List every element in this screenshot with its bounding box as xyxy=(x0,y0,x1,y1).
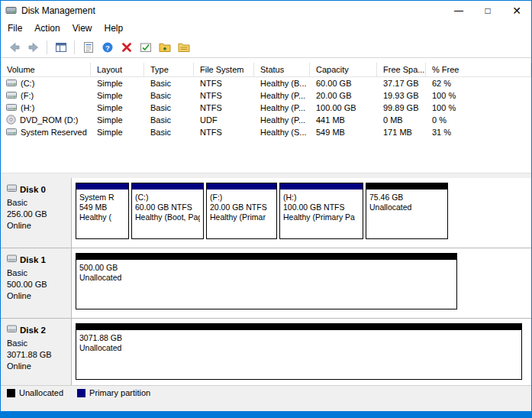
maximize-button[interactable]: □ xyxy=(473,1,502,20)
disk-2-row: Disk 2 Basic 3071.88 GB Online 3071.88 G… xyxy=(1,319,531,385)
console-tree-icon[interactable] xyxy=(52,39,69,56)
partition-status: Unallocated xyxy=(79,273,453,283)
column-header-pct-free[interactable]: % Free xyxy=(426,63,531,76)
legend-unallocated: Unallocated xyxy=(7,388,63,397)
view-icon[interactable] xyxy=(175,39,192,56)
minimize-button[interactable]: — xyxy=(444,1,473,20)
disk-icon xyxy=(7,254,17,266)
disk-name: Disk 0 xyxy=(20,184,46,196)
volume-status: Healthy (P... xyxy=(254,103,310,112)
partition-band xyxy=(76,183,128,190)
menu-action[interactable]: Action xyxy=(28,21,66,36)
volume-status: Healthy (B... xyxy=(254,79,310,88)
delete-volume-icon[interactable] xyxy=(118,39,135,56)
volume-capacity: 60.00 GB xyxy=(310,79,377,88)
drive-icon xyxy=(6,103,17,113)
volume-name: System Reserved xyxy=(21,128,87,137)
menu-view[interactable]: View xyxy=(66,21,98,36)
volume-row-system-reserved[interactable]: System Reserved Simple Basic NTFS Health… xyxy=(1,126,531,138)
partition-band xyxy=(280,183,363,190)
close-button[interactable]: ✕ xyxy=(502,1,531,20)
partition-status: Healthy (Primar xyxy=(210,212,273,222)
column-header-capacity[interactable]: Capacity xyxy=(310,63,377,76)
disk-1-graph: 500.00 GB Unallocated xyxy=(72,248,531,318)
volume-layout: Simple xyxy=(91,128,144,137)
menu-file[interactable]: File xyxy=(1,21,28,36)
disk-name: Disk 1 xyxy=(20,254,46,266)
volume-type: Basic xyxy=(144,115,194,125)
mark-partition-icon[interactable] xyxy=(137,39,154,56)
volume-name: (F:) xyxy=(21,91,34,100)
volume-pct-free: 100 % xyxy=(426,103,531,112)
pane-splitter[interactable] xyxy=(1,173,531,178)
volume-free-space: 99.89 GB xyxy=(377,103,426,112)
volume-file-system: NTFS xyxy=(194,103,254,112)
volume-type: Basic xyxy=(144,128,194,137)
disk-status: Online xyxy=(7,220,66,232)
partition-size: 75.46 GB xyxy=(369,193,444,203)
volume-row-dvd[interactable]: DVD_ROM (D:) Simple Basic UDF Healthy (P… xyxy=(1,114,531,126)
volume-row-h[interactable]: (H:) Simple Basic NTFS Healthy (P... 100… xyxy=(1,102,531,114)
partition-size: 549 MB xyxy=(79,203,125,212)
partition-f[interactable]: (F:) 20.00 GB NTFS Healthy (Primar xyxy=(206,183,277,239)
window-title: Disk Management xyxy=(21,5,444,16)
volume-file-system: NTFS xyxy=(194,91,254,100)
partition-unallocated[interactable]: 75.46 GB Unallocated xyxy=(366,183,448,239)
help-icon[interactable]: ? xyxy=(98,39,116,56)
volume-name: DVD_ROM (D:) xyxy=(20,115,78,125)
partition-unallocated[interactable]: 500.00 GB Unallocated xyxy=(76,253,457,309)
svg-text:?: ? xyxy=(105,43,110,51)
partition-c[interactable]: (C:) 60.00 GB NTFS Healthy (Boot, Pag xyxy=(131,183,204,239)
partition-size: 20.00 GB NTFS xyxy=(210,203,273,212)
partition-system-reserved[interactable]: System R 549 MB Healthy ( xyxy=(76,183,129,239)
partition-h[interactable]: (H:) 100.00 GB NTFS Healthy (Primary Pa xyxy=(279,183,363,239)
disk-size: 500.00 GB xyxy=(7,279,66,290)
disk-type: Basic xyxy=(7,338,66,349)
back-icon[interactable] xyxy=(5,39,23,56)
volume-list-pane: Volume Layout Type File System Status Ca… xyxy=(1,58,531,173)
properties-icon[interactable] xyxy=(79,39,97,56)
disk-size: 3071.88 GB xyxy=(7,349,66,361)
disk-0-graph: System R 549 MB Healthy ( (C:) 60.00 GB … xyxy=(72,178,531,248)
disk-1-info[interactable]: Disk 1 Basic 500.00 GB Online xyxy=(1,248,72,318)
column-header-file-system[interactable]: File System xyxy=(194,63,254,76)
drive-icon xyxy=(6,128,17,138)
partition-label: System R xyxy=(79,193,125,203)
partition-size: 500.00 GB xyxy=(79,263,453,273)
volume-row-f[interactable]: (F:) Simple Basic NTFS Healthy (P... 20.… xyxy=(1,89,531,102)
partition-size: 60.00 GB NTFS xyxy=(135,203,200,212)
disk-0-info[interactable]: Disk 0 Basic 256.00 GB Online xyxy=(1,178,72,248)
window-bottom-border xyxy=(1,411,531,417)
explore-icon[interactable] xyxy=(156,39,173,56)
volume-layout: Simple xyxy=(91,103,144,112)
column-header-type[interactable]: Type xyxy=(144,63,194,76)
partition-band xyxy=(207,183,276,190)
disk-2-graph: 3071.88 GB Unallocated xyxy=(72,319,531,385)
volume-capacity: 549 MB xyxy=(310,128,377,137)
forward-icon[interactable] xyxy=(24,39,42,56)
partition-size: 100.00 GB NTFS xyxy=(283,203,360,212)
disk-icon xyxy=(7,184,17,196)
volume-row-c[interactable]: (C:) Simple Basic NTFS Healthy (B... 60.… xyxy=(1,77,531,89)
toolbar-separator xyxy=(47,41,47,54)
column-header-volume[interactable]: Volume xyxy=(1,63,91,76)
disk-2-info[interactable]: Disk 2 Basic 3071.88 GB Online xyxy=(1,319,72,385)
volume-capacity: 100.00 GB xyxy=(310,103,377,112)
partition-band xyxy=(132,183,203,190)
toolbar-separator xyxy=(74,41,75,54)
partition-status: Unallocated xyxy=(369,203,444,212)
partition-label: (H:) xyxy=(283,193,360,203)
volume-file-system: NTFS xyxy=(194,128,254,137)
volume-pct-free: 62 % xyxy=(426,79,531,88)
menu-help[interactable]: Help xyxy=(98,21,130,36)
volume-free-space: 19.93 GB xyxy=(377,91,426,100)
volume-list-header: Volume Layout Type File System Status Ca… xyxy=(1,63,531,77)
column-header-layout[interactable]: Layout xyxy=(91,63,144,76)
disk-icon xyxy=(7,325,17,336)
column-header-free-space[interactable]: Free Spa... xyxy=(377,63,426,76)
disk-name: Disk 2 xyxy=(20,325,46,336)
column-header-status[interactable]: Status xyxy=(254,63,310,76)
partition-band xyxy=(76,254,456,261)
volume-file-system: UDF xyxy=(194,115,254,125)
partition-unallocated[interactable]: 3071.88 GB Unallocated xyxy=(76,323,522,380)
